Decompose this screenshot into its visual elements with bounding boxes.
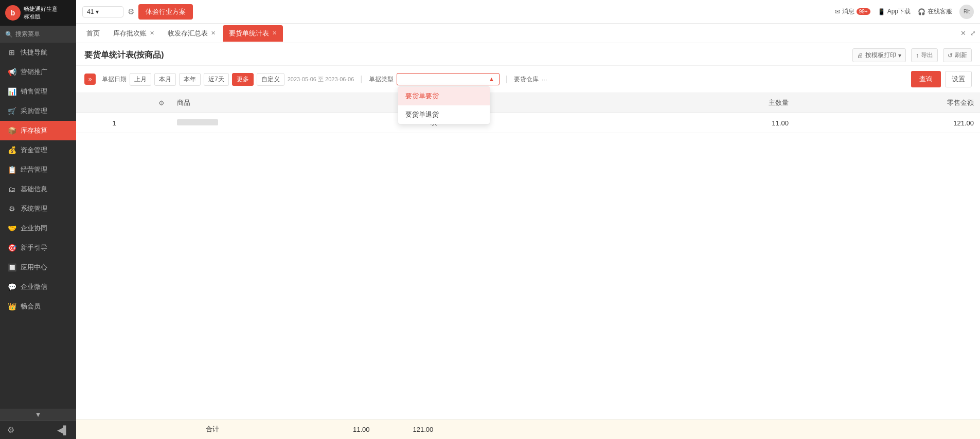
refresh-icon: ↺ [948, 52, 953, 59]
page-header: 要货单统计表(按商品) 🖨 按模板打印 ▾ ↑ 导出 ↺ 刷新 [76, 43, 980, 66]
customer-service-btn[interactable]: 🎧 在线客服 [918, 7, 952, 16]
logo-icon: b [5, 5, 21, 21]
sidebar-footer: ⚙ ◀▌ [0, 420, 76, 439]
message-badge: 99+ [857, 8, 870, 15]
org-selector[interactable]: 41 ▾ [82, 6, 123, 17]
sidebar-scroll-down[interactable]: ▼ [0, 409, 76, 420]
sidebar-item-sales[interactable]: 📊 销售管理 [0, 82, 76, 101]
sidebar-item-shortcut[interactable]: ⊞ 快捷导航 [0, 43, 76, 62]
avatar[interactable]: Rit [959, 5, 974, 19]
tabbar: 首页 库存批次账 ✕ 收发存汇总表 ✕ 要货单统计表 ✕ ✕ ⤢ [76, 24, 980, 43]
type-option-order[interactable]: 要货单要货 [398, 87, 490, 105]
tab-batch[interactable]: 库存批次账 ✕ [107, 25, 161, 42]
sidebar-item-member[interactable]: 👑 畅会员 [0, 297, 76, 316]
sidebar-item-marketing[interactable]: 📢 营销推广 [0, 62, 76, 82]
date-year-btn[interactable]: 本年 [179, 73, 201, 86]
nav-icon-member: 👑 [7, 302, 16, 311]
sidebar-item-appstore[interactable]: 🔲 应用中心 [0, 258, 76, 277]
tabbar-controls: ✕ ⤢ [960, 29, 976, 37]
filter-bar: » 单据日期 上月 本月 本年 近7天 更多 自定义 2023-05-06 至 … [76, 66, 980, 93]
sidebar-item-wechat[interactable]: 💬 企业微信 [0, 277, 76, 297]
nav-icon-newbie: 🎯 [7, 243, 16, 252]
sidebar-search[interactable]: 🔍 搜索菜单 [0, 26, 76, 43]
tab-summary[interactable]: 收发存汇总表 ✕ [162, 25, 222, 42]
date-prev-btn[interactable]: 上月 [130, 73, 151, 86]
topbar-gear-icon[interactable]: ⚙ [128, 7, 134, 16]
sidebar-item-purchase[interactable]: 🛒 采购管理 [0, 101, 76, 121]
settings-footer-icon[interactable]: ⚙ [7, 425, 14, 435]
sidebar-logo: b 畅捷通好生意 标准版 [0, 0, 76, 26]
sidebar-item-enterprise[interactable]: 🤝 企业协同 [0, 218, 76, 238]
col-qty: 主数量 [641, 93, 794, 113]
main-area: 41 ▾ ⚙ 体验行业方案 ✉ 消息 99+ 📱 App下载 🎧 在线客服 Ri… [76, 0, 980, 439]
setting-btn[interactable]: 设置 [945, 71, 972, 87]
date-custom-btn[interactable]: 自定义 [257, 73, 284, 86]
sidebar-nav: ⊞ 快捷导航 📢 营销推广 📊 销售管理 🛒 采购管理 📦 库存核算 💰 资金管… [0, 43, 76, 409]
app-download-btn[interactable]: 📱 App下载 [878, 7, 911, 16]
cell-product [171, 113, 424, 133]
search-icon: 🔍 [5, 31, 13, 38]
warehouse-label: 要货仓库 [514, 75, 539, 84]
chevron-down-icon: ▾ [96, 8, 99, 15]
refresh-btn[interactable]: ↺ 刷新 [943, 48, 972, 62]
nav-icon-shortcut: ⊞ [7, 48, 16, 57]
page-actions: 🖨 按模板打印 ▾ ↑ 导出 ↺ 刷新 [852, 48, 972, 62]
nav-icon-inventory: 📦 [7, 126, 16, 135]
sidebar-item-finance[interactable]: 💰 资金管理 [0, 140, 76, 160]
sidebar-item-base[interactable]: 🗂 基础信息 [0, 179, 76, 199]
tab-close-order-stat[interactable]: ✕ [272, 30, 277, 36]
headset-icon: 🎧 [918, 8, 925, 15]
tab-close-summary[interactable]: ✕ [211, 30, 216, 36]
date-label: 单据日期 [102, 75, 127, 84]
nav-icon-wechat: 💬 [7, 282, 16, 291]
tab-close-batch[interactable]: ✕ [150, 30, 154, 36]
nav-icon-finance: 💰 [7, 145, 16, 155]
trial-btn[interactable]: 体验行业方案 [138, 4, 193, 20]
sidebar-item-inventory[interactable]: 📦 库存核算 [0, 121, 76, 140]
col-product: 商品 [171, 93, 424, 113]
tab-close-icon[interactable]: ✕ [960, 29, 966, 37]
col-seq [76, 93, 152, 113]
export-btn[interactable]: ↑ 导出 [911, 48, 938, 62]
nav-icon-enterprise: 🤝 [7, 224, 16, 233]
topbar: 41 ▾ ⚙ 体验行业方案 ✉ 消息 99+ 📱 App下载 🎧 在线客服 Ri… [76, 0, 980, 24]
message-icon: ✉ [835, 8, 840, 15]
sidebar: b 畅捷通好生意 标准版 🔍 搜索菜单 ⊞ 快捷导航 📢 营销推广 📊 销售管理… [0, 0, 76, 439]
table-wrapper: ⚙ 商品 主计量单位 主数量 零售金额 1 块 [76, 93, 980, 419]
cell-qty: 11.00 [641, 113, 794, 133]
collapse-sidebar-icon[interactable]: ◀▌ [57, 425, 69, 435]
table-header-row: ⚙ 商品 主计量单位 主数量 零售金额 [76, 93, 980, 113]
col-amount: 零售金额 [795, 93, 980, 113]
col-settings-header[interactable]: ⚙ [152, 93, 171, 113]
filter-separator: | [360, 75, 362, 84]
type-option-return[interactable]: 要货单退货 [398, 105, 490, 124]
print-template-btn[interactable]: 🖨 按模板打印 ▾ [852, 48, 906, 62]
more-options-icon[interactable]: ··· [542, 76, 547, 83]
type-dropdown: 要货单要货 要货单退货 [398, 86, 490, 124]
sidebar-item-management[interactable]: 📋 经营管理 [0, 160, 76, 179]
page-title: 要货单统计表(按商品) [84, 50, 164, 61]
filter-separator-2: | [506, 75, 508, 84]
footer-qty: 11.00 [353, 426, 370, 433]
sidebar-item-system[interactable]: ⚙ 系统管理 [0, 199, 76, 218]
tab-order-stat[interactable]: 要货单统计表 ✕ [223, 25, 283, 42]
filter-actions: 查询 设置 [911, 71, 972, 87]
tab-home[interactable]: 首页 [80, 25, 106, 42]
content: 要货单统计表(按商品) 🖨 按模板打印 ▾ ↑ 导出 ↺ 刷新 [76, 43, 980, 439]
query-btn[interactable]: 查询 [911, 71, 941, 87]
type-select[interactable]: ▲ [397, 73, 500, 85]
messages-btn[interactable]: ✉ 消息 99+ [835, 7, 870, 16]
logo-text: 畅捷通好生意 标准版 [24, 5, 58, 21]
print-icon: 🖨 [857, 52, 863, 59]
filter-toggle[interactable]: » [84, 74, 96, 85]
date-curr-btn[interactable]: 本月 [154, 73, 176, 86]
table-row: 1 块 11.00 121.00 [76, 113, 980, 133]
sidebar-item-newbie[interactable]: 🎯 新手引导 [0, 238, 76, 258]
filter-date-group: 单据日期 上月 本月 本年 近7天 更多 自定义 2023-05-06 至 20… [102, 73, 354, 86]
date-week-btn[interactable]: 近7天 [204, 73, 229, 86]
footer-amount: 121.00 [413, 426, 434, 433]
tab-expand-icon[interactable]: ⤢ [970, 29, 976, 37]
date-more-btn[interactable]: 更多 [232, 73, 254, 86]
cell-amount: 121.00 [795, 113, 980, 133]
topbar-right: ✉ 消息 99+ 📱 App下载 🎧 在线客服 Rit [835, 5, 974, 19]
